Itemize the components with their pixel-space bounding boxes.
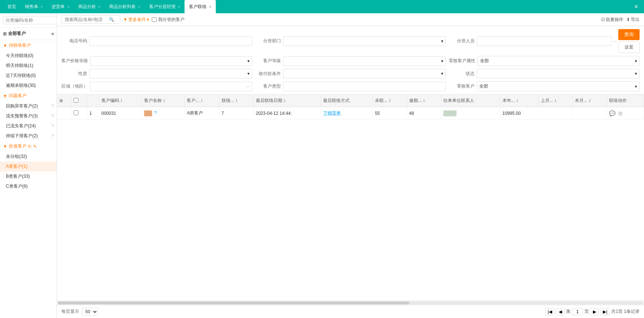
- problem-group-label: 问题客户: [9, 93, 26, 99]
- col-contacts[interactable]: 联络... ↕: [219, 95, 253, 107]
- customer-type-input[interactable]: [283, 82, 446, 91]
- action-message-icon[interactable]: 💬: [609, 110, 615, 116]
- row-name-text[interactable]: ?: [154, 110, 157, 116]
- tab-purchase-close[interactable]: ×: [67, 4, 69, 9]
- row-name-tag: [144, 110, 152, 116]
- action-link-icon[interactable]: ⊞: [618, 110, 623, 116]
- row-checkbox[interactable]: [74, 110, 78, 115]
- col-this-month[interactable]: 本月... ↕: [572, 95, 607, 107]
- sidebar-search-input[interactable]: [3, 16, 57, 24]
- retail-customer-select[interactable]: 全部: [477, 81, 640, 91]
- region-select[interactable]: ···: [90, 82, 252, 91]
- my-customers-checkbox[interactable]: [152, 17, 157, 22]
- select-all-checkbox[interactable]: [74, 98, 78, 103]
- phone-input[interactable]: [89, 36, 252, 46]
- setting-button[interactable]: 设置: [618, 42, 640, 53]
- tab-analysis-close[interactable]: ×: [98, 4, 100, 9]
- nav-tab-segment[interactable]: 客户分层经营 ×: [145, 0, 185, 13]
- page-input[interactable]: [572, 308, 583, 315]
- my-customers-filter[interactable]: 我分管的客户: [152, 17, 185, 23]
- staff-more-icon[interactable]: ···: [613, 39, 617, 44]
- nav-home[interactable]: 首页: [3, 0, 21, 13]
- col-settings[interactable]: ⚙: [57, 95, 71, 107]
- sidebar-item-lost-warning[interactable]: 流失预警客户(3) ?: [0, 111, 57, 121]
- sidebar-item-class-c[interactable]: C类客户(6): [0, 181, 57, 191]
- lost-warning-help-icon[interactable]: ?: [51, 114, 54, 118]
- sidebar-item-class-b[interactable]: B类客户(33): [0, 172, 57, 181]
- my-customers-label: 我分管的客户: [158, 17, 185, 23]
- col-customer-type[interactable]: 客户... ↕: [185, 95, 219, 107]
- sidebar-item-today[interactable]: 今天待联络(0): [0, 51, 57, 61]
- sidebar-item-tomorrow[interactable]: 明天待联络(1): [0, 61, 57, 71]
- col-last-contact-date[interactable]: 最后联络日期 ↕: [253, 95, 321, 107]
- last-page-button[interactable]: ▶|: [600, 308, 610, 315]
- pending-arrow: ▼: [3, 43, 7, 48]
- query-button[interactable]: 查询: [618, 29, 640, 40]
- lost-help-icon[interactable]: ?: [51, 124, 54, 128]
- retail-attr-select[interactable]: 全部: [477, 56, 640, 66]
- sidebar-all-customers[interactable]: ⊞ 全部客户 ◀: [0, 28, 57, 40]
- staff-input[interactable]: [477, 36, 612, 46]
- nav-tab-sales[interactable]: 销售单 ×: [21, 0, 47, 13]
- col-name[interactable]: 客户名称 ↕: [142, 95, 185, 107]
- grid-icon: ⊞: [3, 31, 7, 36]
- export-button[interactable]: ⬇ 导出: [626, 17, 640, 23]
- col-code[interactable]: 客户编码 ↕: [99, 95, 142, 107]
- dept-select[interactable]: [283, 36, 446, 46]
- price-grade-select[interactable]: [90, 56, 252, 66]
- row-last-contact-method-cell[interactable]: 下销货单: [321, 107, 373, 120]
- customer-grade-select[interactable]: [283, 56, 446, 66]
- nav-tab-contact[interactable]: 客户联络 ×: [185, 0, 215, 13]
- tab-sales-close[interactable]: ×: [40, 4, 43, 9]
- tab-segment-close[interactable]: ×: [178, 4, 180, 9]
- filter-row-nature: 性质: [61, 69, 252, 78]
- next-page-button[interactable]: ▶: [590, 308, 599, 315]
- lost-warning-label: 流失预警客户(3): [6, 113, 38, 119]
- scrollbar-thumb[interactable]: [58, 301, 409, 304]
- horizontal-scrollbar[interactable]: [57, 300, 644, 305]
- sidebar-item-7days[interactable]: 近7天待联络(0): [0, 71, 57, 81]
- sidebar-item-overdue[interactable]: 逾期未联络(30): [0, 81, 57, 91]
- value-edit-icon[interactable]: ✎: [33, 144, 37, 149]
- tab-purchase-label: 进货单: [51, 4, 65, 10]
- region-label: 区域（地区）: [61, 83, 88, 89]
- per-page-select[interactable]: 50: [82, 308, 98, 316]
- table-header-row: ⚙ 客户编码 ↕ 客户名称 ↕ 客户... ↕: [57, 95, 644, 107]
- sidebar-item-declining[interactable]: 持续下滑客户(2) ?: [0, 131, 57, 141]
- more-filters-button[interactable]: ▼ 更多条件 ▾: [123, 17, 149, 23]
- sidebar-item-class-a[interactable]: A类客户(1): [0, 162, 57, 172]
- bottom-pagination-bar: 每页显示 50 |◀ ◀ 第 页 ▶ ▶| 共1页 1条记录: [57, 305, 644, 318]
- row-checkbox-cell[interactable]: [71, 107, 87, 120]
- sidebar-item-lost[interactable]: 已流失客户(24) ?: [0, 121, 57, 131]
- declining-help-icon[interactable]: ?: [51, 134, 54, 138]
- sidebar-group-value[interactable]: ▼ 价值客户 ↻ ✎: [0, 141, 57, 152]
- batch-operation-button[interactable]: ☑ 批量操作: [601, 17, 623, 23]
- main-search-icon[interactable]: 🔍: [109, 17, 114, 22]
- sidebar-group-problem[interactable]: ▼ 问题客户: [0, 91, 57, 101]
- first-page-button[interactable]: |◀: [545, 308, 555, 315]
- nav-tab-purchase[interactable]: 进货单 ×: [47, 0, 74, 13]
- sidebar-item-unclassified[interactable]: 未分组(32): [0, 152, 57, 162]
- repurchase-help-icon[interactable]: ?: [51, 104, 54, 108]
- nature-select[interactable]: [89, 69, 252, 78]
- nav-tab-analysis-list[interactable]: 商品分析列表 ×: [105, 0, 144, 13]
- scrollbar-track[interactable]: [58, 301, 643, 304]
- payment-select[interactable]: [283, 69, 446, 78]
- window-close-button[interactable]: ×: [631, 3, 641, 11]
- sidebar-group-pending[interactable]: ▼ 待联络客户: [0, 40, 57, 51]
- main-search-input[interactable]: [65, 17, 109, 22]
- status-select[interactable]: [477, 69, 640, 78]
- tab-analysis-list-close[interactable]: ×: [138, 4, 140, 9]
- prev-page-button[interactable]: ◀: [556, 308, 565, 315]
- col-overdue[interactable]: 逾期... ↕: [407, 95, 441, 107]
- col-this-year[interactable]: 本年... ↕: [500, 95, 538, 107]
- class-b-label: B类客户(33): [6, 173, 30, 180]
- tab-contact-close[interactable]: ×: [209, 4, 211, 9]
- collapse-icon[interactable]: ◀: [51, 32, 54, 36]
- sidebar-item-repurchase-abnormal[interactable]: 回购异常客户(2) ?: [0, 101, 57, 111]
- value-refresh-icon[interactable]: ↻: [28, 144, 32, 149]
- col-last-month[interactable]: 上月... ↕: [538, 95, 572, 107]
- unclassified-label: 未分组(32): [6, 153, 27, 160]
- col-not-contacted[interactable]: 未联... ↕: [372, 95, 407, 107]
- nav-tab-analysis[interactable]: 商品分析 ×: [74, 0, 105, 13]
